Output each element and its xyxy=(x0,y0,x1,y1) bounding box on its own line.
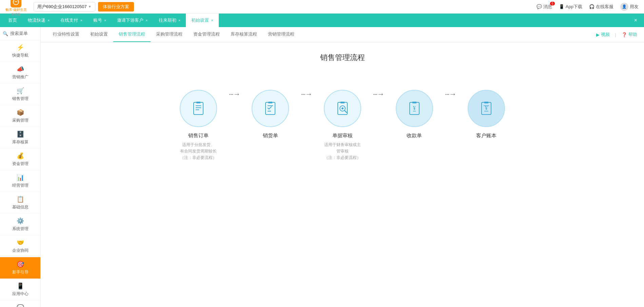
sidebar-app-center-label: 应用中心 xyxy=(12,291,28,297)
sidebar-item-purchase[interactable]: 📦 采购管理 xyxy=(0,105,40,127)
flow-circle-audit xyxy=(324,90,361,127)
sidebar-item-enterprise-wechat[interactable]: 💬 企业微信 xyxy=(0,301,40,307)
sidebar-item-inventory[interactable]: 🗄️ 库存核算 xyxy=(0,127,40,149)
flow-diagram: 销售订单 适用于分批发货、有合同发货周期较长（注：非必要流程） ···→ xyxy=(54,83,630,168)
sub-tab-finance-flow[interactable]: 资金管理流程 xyxy=(188,27,225,42)
app-download-button[interactable]: 📱 App下载 xyxy=(559,4,582,10)
purchase-icon: 📦 xyxy=(17,109,24,116)
sidebar-item-sales[interactable]: 🛒 销售管理 xyxy=(0,84,40,105)
search-icon: 🔍 xyxy=(3,31,8,36)
sub-tab-sales-flow[interactable]: 销售管理流程 xyxy=(113,27,151,42)
close-all-tabs-button[interactable]: × xyxy=(630,17,641,23)
flow-circle-delivery xyxy=(252,90,289,127)
sidebar-item-enterprise-coop[interactable]: 🤝 企业协同 xyxy=(0,236,40,257)
download-icon: 📱 xyxy=(559,4,564,9)
sidebar-item-newbie[interactable]: 🎯 新手引导 xyxy=(0,257,40,279)
message-badge: 6 xyxy=(550,2,555,5)
online-service-button[interactable]: 🎧 在线客服 xyxy=(589,4,613,10)
sidebar-item-system[interactable]: ⚙️ 系统管理 xyxy=(0,214,40,236)
sidebar-operations-label: 经营管理 xyxy=(12,183,28,188)
sub-tab-inventory-flow-label: 库存核算流程 xyxy=(231,32,257,37)
svg-rect-6 xyxy=(266,102,275,115)
tab-logistics-close[interactable]: × xyxy=(47,18,50,22)
sidebar-item-quicknav[interactable]: ⚡ 快捷导航 xyxy=(0,40,40,62)
operations-icon: 📊 xyxy=(17,174,24,181)
sidebar-search-label: 搜索菜单 xyxy=(10,30,28,37)
sub-tab-inventory-flow[interactable]: 库存核算流程 xyxy=(225,27,262,42)
brand-name: 畅库·做好生意 xyxy=(5,7,27,12)
flow-arrow-1: ···→ xyxy=(229,90,240,126)
sub-tab-initial[interactable]: 初始设置 xyxy=(85,27,113,42)
sidebar-item-operations[interactable]: 📊 经营管理 xyxy=(0,170,40,192)
tab-init-settings[interactable]: 初始设置 × xyxy=(186,14,218,27)
page-content: 销售管理流程 销售订单 适用于分批发货、有合同 xyxy=(41,42,644,178)
sub-tabs-left: 行业特性设置 初始设置 销售管理流程 采购管理流程 资金管理流程 库存核算流程 xyxy=(47,27,300,42)
message-button[interactable]: 💬 消息 6 xyxy=(536,4,552,10)
tab-period[interactable]: 往来期初 × xyxy=(153,14,186,27)
inventory-icon: 🗄️ xyxy=(17,130,24,138)
sales-icon: 🛒 xyxy=(17,87,24,95)
flow-label-receipt: 收款单 xyxy=(407,132,422,139)
tab-account-label: 账号 xyxy=(93,17,102,23)
message-icon: 💬 xyxy=(536,4,542,9)
sub-tab-purchase-flow[interactable]: 采购管理流程 xyxy=(151,27,188,42)
user-label: 用户690企业1660120507 xyxy=(37,4,87,10)
app-center-icon: 📱 xyxy=(17,282,24,290)
flow-arrow-4: ···→ xyxy=(445,90,456,126)
flow-item-audit[interactable]: 单据审核 适用于财务审核或主管审核（注：非必要流程） xyxy=(312,90,373,161)
sidebar-item-marketing[interactable]: 📣 营销推广 xyxy=(0,62,40,84)
tab-home-label: 首页 xyxy=(8,17,17,23)
sidebar-item-app-center[interactable]: 📱 应用中心 xyxy=(0,279,40,301)
sub-tab-purchase-flow-label: 采购管理流程 xyxy=(156,32,182,37)
trial-button[interactable]: 体验行业方案 xyxy=(98,2,134,12)
flow-item-receipt[interactable]: ¥ 收款单 xyxy=(384,90,445,142)
main-layout: 🔍 搜索菜单 ⚡ 快捷导航 📣 营销推广 🛒 销售管理 📦 采购管理 🗄️ 库存… xyxy=(0,27,644,307)
tab-init-label: 初始设置 xyxy=(191,17,209,23)
sub-tab-industry[interactable]: 行业特性设置 xyxy=(47,27,85,42)
service-icon: 🎧 xyxy=(589,4,594,9)
quicknav-icon: ⚡ xyxy=(17,44,24,51)
flow-item-delivery[interactable]: 销货单 xyxy=(240,90,301,142)
sidebar-item-finance[interactable]: 💰 资金管理 xyxy=(0,149,40,170)
tab-account-close[interactable]: × xyxy=(104,18,106,22)
svg-rect-14 xyxy=(340,102,345,103)
flow-item-sales-order[interactable]: 销售订单 适用于分批发货、有合同发货周期较长（注：非必要流程） xyxy=(168,90,229,161)
flow-label-delivery: 销货单 xyxy=(263,132,278,139)
video-help-button[interactable]: ▶ 视频 xyxy=(596,32,610,38)
basic-info-icon: 📋 xyxy=(17,196,24,203)
tab-payment-close[interactable]: × xyxy=(80,18,82,22)
enterprise-wechat-icon: 💬 xyxy=(17,304,24,307)
tab-init-close[interactable]: × xyxy=(211,18,213,22)
user-selector[interactable]: 用户690企业1660120507 ▼ xyxy=(34,2,95,12)
svg-rect-9 xyxy=(268,102,272,103)
sidebar-quicknav-label: 快捷导航 xyxy=(12,53,28,58)
sidebar-purchase-label: 采购管理 xyxy=(12,118,28,123)
sidebar-item-search[interactable]: 🔍 搜索菜单 xyxy=(0,27,40,40)
enterprise-coop-icon: 🤝 xyxy=(17,239,24,246)
avatar: 👤 xyxy=(620,3,628,11)
flow-circle-sales-order xyxy=(180,90,217,127)
marketing-icon: 📣 xyxy=(17,65,24,73)
sub-tab-industry-label: 行业特性设置 xyxy=(53,32,79,37)
sidebar-item-basic-info[interactable]: 📋 基础信息 xyxy=(0,192,40,214)
sub-tab-marketing-flow[interactable]: 营销管理流程 xyxy=(262,27,300,42)
chevron-down-icon: ▼ xyxy=(88,5,92,8)
tab-period-close[interactable]: × xyxy=(178,18,180,22)
divider: | xyxy=(615,32,616,37)
svg-rect-5 xyxy=(196,102,200,103)
flow-desc-sales-order: 适用于分批发货、有合同发货周期较长（注：非必要流程） xyxy=(180,142,217,161)
tab-invite-close[interactable]: × xyxy=(145,18,148,22)
tab-payment-label: 在线支付 xyxy=(60,17,78,23)
svg-rect-23 xyxy=(484,102,488,103)
user-avatar-area[interactable]: 👤 用友 xyxy=(620,3,639,11)
video-label: 视频 xyxy=(601,32,610,38)
help-button[interactable]: ❓ 帮助 xyxy=(622,32,637,38)
system-icon: ⚙️ xyxy=(17,217,24,225)
video-icon: ▶ xyxy=(596,32,600,37)
sub-tabs-right: ▶ 视频 | ❓ 帮助 xyxy=(596,32,637,38)
newbie-icon: 🎯 xyxy=(17,261,24,268)
flow-item-account[interactable]: ¥ 客户账本 xyxy=(456,90,517,142)
sidebar-finance-label: 资金管理 xyxy=(12,161,28,167)
service-label: 在线客服 xyxy=(596,4,613,10)
sidebar: 🔍 搜索菜单 ⚡ 快捷导航 📣 营销推广 🛒 销售管理 📦 采购管理 🗄️ 库存… xyxy=(0,27,41,307)
